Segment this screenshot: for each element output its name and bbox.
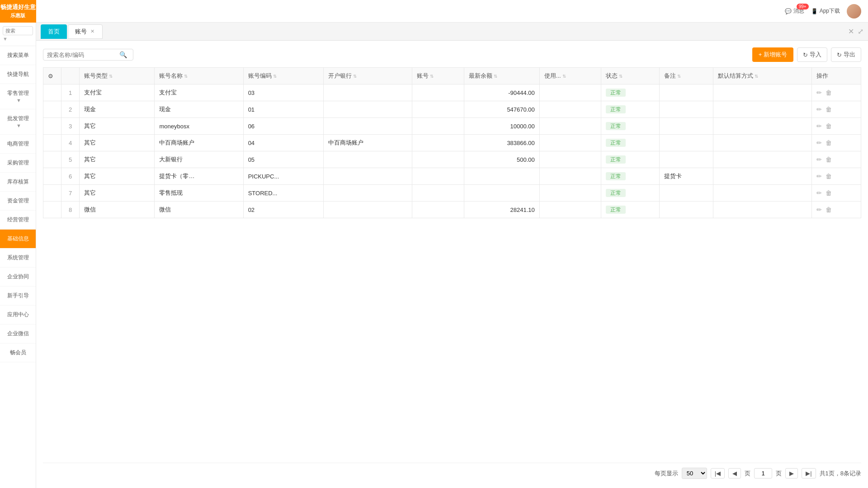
col-type[interactable]: 账号类型⇅ — [80, 68, 155, 84]
delete-button[interactable]: 🗑 — [826, 156, 832, 163]
delete-button[interactable]: 🗑 — [826, 173, 832, 180]
import-button[interactable]: ↻ 导入 — [797, 47, 827, 62]
edit-button[interactable]: ✏ — [816, 122, 822, 130]
col-code[interactable]: 账号编码⇅ — [243, 68, 324, 84]
row-settings-cell — [43, 135, 61, 151]
col-name[interactable]: 账号名称⇅ — [155, 68, 243, 84]
sidebar-item-enterprise-wechat[interactable]: 企业微信 — [0, 324, 36, 343]
row-settings-cell — [43, 185, 61, 202]
window-maximize-icon[interactable]: ⤢ — [858, 27, 863, 36]
col-status[interactable]: 状态⇅ — [601, 68, 660, 84]
sidebar-item-operation[interactable]: 经营管理 — [0, 211, 36, 230]
table-row: 5 其它 大新银行 05 500.00 正常 ✏ 🗑 — [43, 151, 861, 168]
tab-home[interactable]: 首页 — [41, 24, 67, 39]
row-action-cell: ✏ 🗑 — [811, 118, 861, 135]
sidebar-item-basic[interactable]: 基础信息 — [0, 230, 36, 249]
table-row: 1 支付宝 支付宝 03 -90444.00 正常 ✏ 🗑 — [43, 84, 861, 101]
col-usage[interactable]: 使用...⇅ — [539, 68, 601, 84]
edit-button[interactable]: ✏ — [816, 156, 822, 163]
col-settings[interactable]: ⚙ — [43, 68, 61, 84]
status-badge: 正常 — [606, 105, 626, 113]
col-bank[interactable]: 开户银行⇅ — [324, 68, 412, 84]
window-close-icon[interactable]: ✕ — [848, 27, 854, 36]
sidebar-item-shortcut[interactable]: 快捷导航 — [0, 65, 36, 84]
edit-button[interactable]: ✏ — [816, 89, 822, 96]
row-name-cell: 提货卡（零… — [155, 168, 243, 185]
delete-button[interactable]: 🗑 — [826, 189, 832, 197]
wholesale-arrow-icon: ▼ — [16, 123, 21, 128]
row-default-settle-cell — [713, 84, 811, 101]
user-avatar[interactable] — [847, 4, 861, 19]
sort-arrows-code: ⇅ — [273, 74, 277, 79]
sidebar-item-finance-label: 资金管理 — [2, 197, 33, 205]
page-label: 页 — [745, 469, 750, 478]
sidebar-item-member[interactable]: 畅会员 — [0, 343, 36, 362]
col-note[interactable]: 备注⇅ — [660, 68, 713, 84]
sidebar-item-finance[interactable]: 资金管理 — [0, 192, 36, 211]
tab-account-close-icon[interactable]: ✕ — [90, 28, 95, 34]
col-account[interactable]: 账号⇅ — [412, 68, 464, 84]
last-page-button[interactable]: ▶| — [802, 468, 816, 479]
row-type-cell: 其它 — [80, 135, 155, 151]
sidebar-item-wholesale[interactable]: 批发管理 ▼ — [0, 109, 36, 135]
tab-account[interactable]: 账号 ✕ — [68, 24, 103, 39]
row-note-cell — [660, 118, 713, 135]
edit-button[interactable]: ✏ — [816, 106, 822, 113]
sidebar-item-agreement[interactable]: 企业协同 — [0, 267, 36, 286]
row-status-cell: 正常 — [601, 168, 660, 185]
edit-button[interactable]: ✏ — [816, 173, 822, 180]
row-code-cell: 01 — [243, 101, 324, 118]
table-row: 6 其它 提货卡（零… PICKUPC... 正常 提货卡 ✏ 🗑 — [43, 168, 861, 185]
page-number-input[interactable] — [754, 468, 772, 479]
sidebar-item-retail[interactable]: 零售管理 ▼ — [0, 84, 36, 109]
edit-button[interactable]: ✏ — [816, 189, 822, 197]
app-logo: 畅捷通好生意 乐惠版 — [0, 0, 36, 23]
row-default-settle-cell — [713, 135, 811, 151]
first-page-button[interactable]: |◀ — [711, 468, 725, 479]
delete-button[interactable]: 🗑 — [826, 106, 832, 113]
total-label: 共1页，8条记录 — [820, 469, 861, 478]
row-name-cell: 现金 — [155, 101, 243, 118]
app-download-button[interactable]: 📱 App下载 — [811, 7, 840, 15]
sidebar-item-guide[interactable]: 新手引导 — [0, 286, 36, 305]
sidebar-item-search[interactable]: 搜索菜单 — [0, 46, 36, 65]
row-account-cell — [412, 151, 464, 168]
delete-button[interactable]: 🗑 — [826, 122, 832, 130]
delete-button[interactable]: 🗑 — [826, 206, 832, 213]
row-status-cell: 正常 — [601, 118, 660, 135]
edit-button[interactable]: ✏ — [816, 206, 822, 213]
row-name-cell: moneybosx — [155, 118, 243, 135]
col-balance[interactable]: 最新余额⇅ — [464, 68, 539, 84]
export-button[interactable]: ↻ 导出 — [831, 47, 861, 62]
page-size-select[interactable]: 50 20 100 — [682, 468, 707, 479]
row-code-cell: 06 — [243, 118, 324, 135]
row-settings-cell — [43, 168, 61, 185]
message-button[interactable]: 💬 消息 99+ — [785, 7, 804, 15]
sidebar-item-ecommerce[interactable]: 电商管理 — [0, 135, 36, 154]
add-account-button[interactable]: + 新增账号 — [752, 47, 793, 62]
delete-button[interactable]: 🗑 — [826, 139, 832, 146]
sidebar-item-system[interactable]: 系统管理 — [0, 249, 36, 267]
sidebar-search-input[interactable] — [3, 26, 33, 35]
app-download-label: App下载 — [820, 7, 840, 15]
action-buttons: ✏ 🗑 — [816, 206, 856, 213]
sort-arrows-type: ⇅ — [109, 74, 113, 79]
edit-button[interactable]: ✏ — [816, 139, 822, 146]
status-badge: 正常 — [606, 189, 626, 197]
row-balance-cell: 383866.00 — [464, 135, 539, 151]
delete-button[interactable]: 🗑 — [826, 89, 832, 96]
toolbar: 🔍 + 新增账号 ↻ 导入 ↻ 导出 — [43, 47, 861, 62]
tab-account-label: 账号 — [75, 28, 87, 36]
row-type-cell: 其它 — [80, 168, 155, 185]
prev-page-button[interactable]: ◀ — [728, 468, 741, 479]
sidebar-item-purchase[interactable]: 采购管理 — [0, 154, 36, 173]
next-page-button[interactable]: ▶ — [785, 468, 798, 479]
search-input[interactable] — [47, 52, 119, 58]
sidebar-item-app-center[interactable]: 应用中心 — [0, 305, 36, 324]
row-usage-cell — [539, 118, 601, 135]
row-usage-cell — [539, 135, 601, 151]
sort-arrows-note: ⇅ — [677, 74, 681, 79]
sidebar-item-inventory[interactable]: 库存核算 — [0, 173, 36, 192]
col-default-settle[interactable]: 默认结算方式⇅ — [713, 68, 811, 84]
page-of-label: 页 — [776, 469, 782, 478]
